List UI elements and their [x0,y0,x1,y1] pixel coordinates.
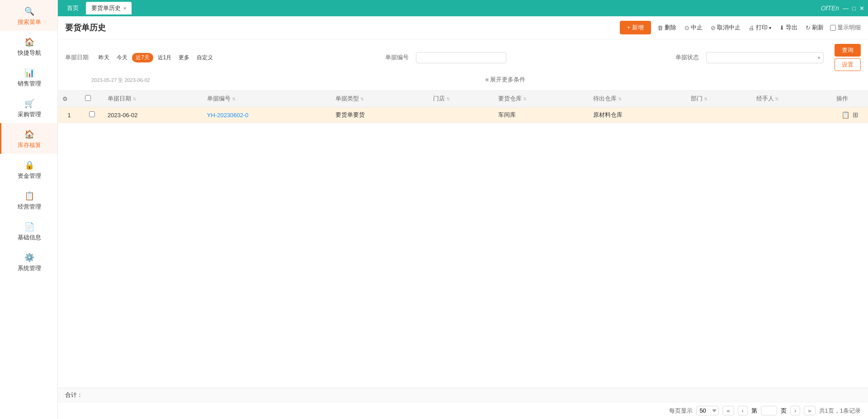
select-all-checkbox[interactable] [85,95,91,101]
row-action-0: 📋⊞ [832,107,868,123]
sidebar-item-sales[interactable]: 📊销售管理 [0,62,57,92]
print-icon: 🖨 [749,24,755,31]
sidebar-label-operations: 经营管理 [18,203,41,211]
first-page-btn[interactable]: « [722,406,734,415]
row-edit-icon-0[interactable]: 📋 [841,111,850,119]
sort-icon-order_type: ⇅ [359,96,364,101]
row-check-0[interactable] [80,107,103,123]
query-button[interactable]: 查询 [835,44,861,57]
row-delete-icon-0[interactable]: ⊞ [853,111,859,119]
date-filter-buttons: 昨天今天近7天近1月更多自定义 [96,53,216,62]
sidebar-icon-purchase: 🛒 [24,99,34,109]
expand-filter-button[interactable]: ≡ 展开更多条件 [480,74,531,86]
col-header-order_no[interactable]: 单据编号 ⇅ [203,90,331,107]
suspend-icon: ⊙ [684,24,689,31]
date-btn-今天[interactable]: 今天 [114,53,130,62]
date-btn-更多[interactable]: 更多 [176,53,192,62]
pagination-bar: 每页显示 2050100 « ‹ 第 1 页 › » 共1页，1条记录 [58,402,868,419]
sidebar-item-purchase[interactable]: 🛒采购管理 [0,92,57,123]
sidebar-item-finance[interactable]: 🔒资金管理 [0,154,57,185]
sidebar-item-basic[interactable]: 📄基础信息 [0,215,57,246]
table-footer: 合计： [58,388,868,402]
col-label-handler: 经手人 [756,95,774,102]
sidebar-icon-quick-nav: 🏠 [24,37,34,47]
main-area: 首页要货单历史× OfTEn — □ ✕ 要货单历史 + 新增 🗑 删除 ⊙ 中… [58,0,868,419]
sidebar-item-quick-nav[interactable]: 🏠快捷导航 [0,31,57,62]
col-header-store[interactable]: 门店 ⇅ [429,90,494,107]
date-btn-近1月[interactable]: 近1月 [155,53,175,62]
order-no-input[interactable] [416,52,506,63]
status-input[interactable] [706,52,824,63]
new-button[interactable]: + 新增 [620,21,651,34]
table-header-row: ⚙单据日期 ⇅单据编号 ⇅单据类型 ⇅门店 ⇅要货仓库 ⇅待出仓库 ⇅部门 ⇅经… [58,90,868,107]
cancel-suspend-icon: ⊘ [711,24,716,31]
col-header-pending_warehouse[interactable]: 待出仓库 ⇅ [589,90,686,107]
sidebar-icon-finance: 🔒 [24,160,34,170]
sidebar-label-inventory: 库存核算 [18,141,41,149]
refresh-button[interactable]: ↻ 刷新 [804,23,826,33]
sidebar-label-search-menu: 搜索菜单 [18,18,41,26]
date-btn-近7天[interactable]: 近7天 [132,53,153,62]
last-page-btn[interactable]: » [804,406,815,415]
tab-label-requisition-history: 要货单历史 [91,4,121,12]
col-header-settings: ⚙ [58,90,80,107]
col-header-req_warehouse[interactable]: 要货仓库 ⇅ [494,90,589,107]
sidebar-label-basic: 基础信息 [18,233,41,242]
per-page-select[interactable]: 2050100 [696,406,719,415]
display-detail-checkbox[interactable] [830,25,836,31]
tab-bar-right: OfTEn — □ ✕ [821,5,864,12]
page-title: 要货单历史 [65,22,106,33]
next-page-btn[interactable]: › [790,406,800,415]
sidebar-item-search-menu[interactable]: 🔍搜索菜单 [0,0,57,31]
tab-close-requisition-history[interactable]: × [123,5,126,11]
sort-icon-pending_warehouse: ⇅ [617,96,622,101]
date-btn-自定义[interactable]: 自定义 [194,53,216,62]
row-handler-0 [752,107,832,123]
page-input[interactable]: 1 [761,406,777,415]
filter-date-range-row: 2023-05-27 至 2023-06-02 ≡ 展开更多条件 [65,74,861,86]
sidebar-label-system: 系统管理 [18,264,41,272]
filter-area: 单据日期 昨天今天近7天近1月更多自定义 单据编号 单据状态 ▾ 查询 设置 [58,39,868,90]
sidebar-item-system[interactable]: ⚙️系统管理 [0,246,57,277]
date-filter-label: 单据日期 [65,53,89,62]
row-order-no-0[interactable]: YH-20230602-0 [203,107,331,123]
date-btn-昨天[interactable]: 昨天 [96,53,112,62]
tab-label-home: 首页 [67,4,79,12]
prev-page-btn[interactable]: ‹ [738,406,748,415]
tab-home[interactable]: 首页 [61,2,84,14]
status-label: 单据状态 [675,53,699,62]
sidebar-icon-system: ⚙️ [24,252,34,262]
row-store-0 [429,107,494,123]
sidebar-icon-search-menu: 🔍 [24,6,34,16]
print-button[interactable]: 🖨 打印 ▾ [747,23,773,33]
close-window-btn[interactable]: ✕ [859,5,864,12]
table-settings-icon[interactable]: ⚙ [62,95,68,102]
settings-button[interactable]: 设置 [835,58,861,71]
page-suffix: 页 [781,407,787,415]
col-label-store: 门店 [433,95,445,102]
col-label-order_type: 单据类型 [335,95,359,102]
suspend-button[interactable]: ⊙ 中止 [683,23,704,33]
col-header-order_type[interactable]: 单据类型 ⇅ [331,90,429,107]
order-no-link-0[interactable]: YH-20230602-0 [207,112,249,119]
maximize-btn[interactable]: □ [852,5,856,12]
col-header-handler[interactable]: 经手人 ⇅ [752,90,832,107]
cancel-suspend-button[interactable]: ⊘ 取消中止 [709,23,742,33]
col-label-req_warehouse: 要货仓库 [498,95,522,102]
col-header-checkbox [80,90,103,107]
sidebar-item-operations[interactable]: 📋经营管理 [0,185,57,215]
minimize-btn[interactable]: — [843,5,849,12]
status-dropdown-icon: ▾ [818,55,820,60]
sidebar-item-inventory[interactable]: 🏠库存核算 [0,123,57,154]
col-header-department[interactable]: 部门 ⇅ [686,90,751,107]
col-header-date[interactable]: 单据日期 ⇅ [103,90,203,107]
sort-icon-store: ⇅ [445,96,450,101]
row-department-0 [686,107,751,123]
export-icon: ⬇ [779,24,784,31]
export-button[interactable]: ⬇ 导出 [778,23,799,33]
page-label: 第 [751,407,757,415]
row-checkbox-0[interactable] [89,111,95,117]
delete-button[interactable]: 🗑 删除 [656,23,678,33]
display-detail-toggle[interactable]: 显示明细 [830,24,861,32]
tab-requisition-history[interactable]: 要货单历史× [86,2,132,14]
